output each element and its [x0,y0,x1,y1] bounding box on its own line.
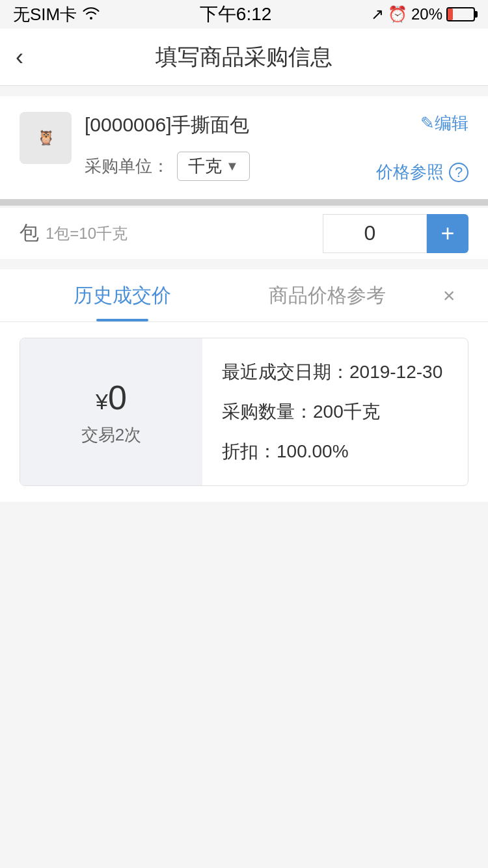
trade-card: ¥0 交易2次 最近成交日期：2019-12-30 采购数量：200千克 折扣：… [20,338,468,486]
trade-card-wrapper: ¥0 交易2次 最近成交日期：2019-12-30 采购数量：200千克 折扣：… [0,322,488,502]
unit-value: 千克 [188,155,222,178]
wifi-icon [82,5,100,25]
unit-select[interactable]: 千克 ▼ [177,152,250,181]
recent-date-row: 最近成交日期：2019-12-30 [222,358,448,387]
gps-icon: ↗ [371,5,384,23]
quantity-input[interactable] [323,214,427,253]
quantity-plus-button[interactable]: + [427,214,468,253]
purchase-quantity-row: 采购数量：200千克 [222,398,448,427]
discount-row: 折扣：100.00% [222,437,448,467]
trade-count: 交易2次 [81,424,141,446]
price-ref-help-icon[interactable]: ? [449,163,468,182]
trade-price: ¥0 [96,378,127,417]
status-bar: 无SIM卡 下午6:12 ↗ ⏰ 20% [0,0,488,29]
tab-close-button[interactable]: × [429,276,468,315]
battery-text: 20% [411,5,442,23]
recent-date-value: 2019-12-30 [349,362,442,382]
currency-symbol: ¥ [96,389,108,414]
discount-label: 折扣： [222,441,277,461]
quantity-label-text: 采购数量： [222,401,313,422]
price-ref-label: 价格参照 [376,161,444,183]
quantity-hint: 1包=10千克 [46,223,128,244]
product-actions: ✎编辑 价格参照 ? [376,112,468,183]
status-time: 下午6:12 [200,2,272,27]
nav-bar: ‹ 填写商品采购信息 [0,29,488,86]
quantity-value: 200千克 [313,401,380,422]
unit-dropdown-arrow: ▼ [226,159,239,174]
empty-area [0,502,488,868]
back-button[interactable]: ‹ [16,44,23,71]
tab-product-price-ref[interactable]: 商品价格参考 [224,269,429,321]
price-value: 0 [108,379,127,416]
unit-label: 采购单位： [85,155,169,178]
price-ref-button[interactable]: 价格参照 ? [376,161,468,183]
recent-date-label: 最近成交日期： [222,362,349,382]
product-logo-text: 🦉 [37,129,55,146]
quantity-row: 包 1包=10千克 + [0,207,488,259]
package-icon: 包 [20,220,39,247]
divider-bar [0,199,488,206]
product-card: 🦉 [0000006]手撕面包 采购单位： 千克 ▼ ✎编辑 价格参照 ? [0,96,488,199]
tab-history-price[interactable]: 历史成交价 [20,269,224,321]
product-logo: 🦉 [20,112,72,164]
status-right: ↗ ⏰ 20% [371,5,475,23]
status-left: 无SIM卡 [13,3,100,26]
quantity-label: 包 1包=10千克 [20,220,128,247]
tabs-header: 历史成交价 商品价格参考 × [0,269,488,322]
trade-card-price-section: ¥0 交易2次 [20,338,202,485]
alarm-icon: ⏰ [388,5,407,23]
tabs-section: 历史成交价 商品价格参考 × ¥0 交易2次 最近成交日期：2019-12-30… [0,269,488,502]
carrier-text: 无SIM卡 [13,3,77,26]
quantity-input-group: + [323,214,468,253]
product-name: [0000006]手撕面包 [85,112,250,139]
product-info: [0000006]手撕面包 采购单位： 千克 ▼ [85,112,250,181]
page-title: 填写商品采购信息 [156,42,332,72]
edit-button[interactable]: ✎编辑 [420,112,468,135]
trade-card-details: 最近成交日期：2019-12-30 采购数量：200千克 折扣：100.00% [202,338,468,485]
product-unit-row: 采购单位： 千克 ▼ [85,152,250,181]
discount-value: 100.00% [277,441,349,461]
battery-icon [446,7,475,21]
